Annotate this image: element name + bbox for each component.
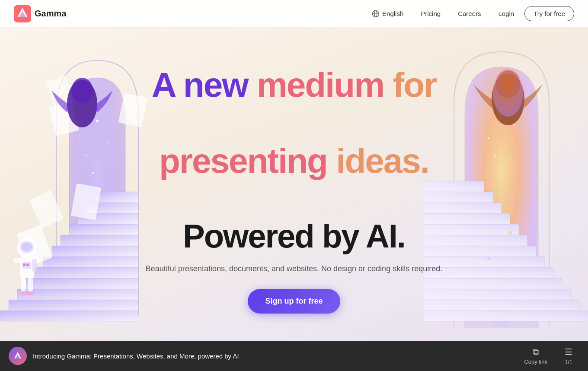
logo-text: Gamma xyxy=(35,9,66,19)
svg-point-66 xyxy=(487,257,490,260)
portal-right-decoration xyxy=(441,26,562,328)
title-word-medium: medium xyxy=(257,66,384,104)
svg-rect-33 xyxy=(86,203,138,213)
svg-point-40 xyxy=(22,243,32,251)
svg-point-16 xyxy=(488,137,489,139)
svg-rect-52 xyxy=(424,311,588,321)
svg-point-47 xyxy=(26,291,34,295)
svg-point-39 xyxy=(20,241,34,253)
svg-point-51 xyxy=(26,263,29,266)
logo[interactable]: Gamma xyxy=(14,5,66,22)
globe-icon xyxy=(372,10,380,18)
svg-rect-55 xyxy=(424,278,562,289)
pricing-link[interactable]: Pricing xyxy=(414,6,447,21)
title-word-a: A xyxy=(152,66,175,104)
careers-link[interactable]: Careers xyxy=(451,6,488,21)
svg-point-11 xyxy=(108,142,109,143)
title-line2: Powered by AI. xyxy=(146,218,442,254)
svg-rect-37 xyxy=(71,184,101,220)
svg-rect-29 xyxy=(52,246,138,257)
title-word-new: new xyxy=(183,66,248,104)
svg-rect-43 xyxy=(33,258,41,263)
svg-point-10 xyxy=(86,155,87,156)
title-word-ideas: ideas. xyxy=(336,142,429,180)
portal-left-decoration xyxy=(43,35,151,315)
svg-point-15 xyxy=(500,107,503,109)
hero-content: A new medium for presenting ideas. Power… xyxy=(146,66,442,314)
bottom-bar-left: Introducing Gamma: Presentations, Websit… xyxy=(9,347,517,365)
svg-rect-44 xyxy=(21,277,26,292)
sign-up-button[interactable]: Sign up for free xyxy=(248,289,340,314)
svg-rect-36 xyxy=(29,190,64,228)
bottom-bar-right: ⧉ Copy link ☰ 1/1 xyxy=(517,343,579,369)
page-count[interactable]: ☰ 1/1 xyxy=(558,343,579,369)
svg-point-19 xyxy=(510,159,511,161)
svg-rect-23 xyxy=(0,311,138,321)
copy-link-button[interactable]: ⧉ Copy link xyxy=(517,343,554,368)
bottom-bar: Introducing Gamma: Presentations, Websit… xyxy=(0,341,588,371)
svg-rect-8 xyxy=(118,93,147,127)
svg-point-13 xyxy=(67,80,97,127)
bottom-description: Introducing Gamma: Presentations, Websit… xyxy=(33,352,239,360)
nav-right: English Pricing Careers Login Try for fr… xyxy=(365,6,574,21)
language-label: English xyxy=(382,10,403,17)
try-free-button[interactable]: Try for free xyxy=(524,6,574,21)
svg-point-9 xyxy=(96,120,99,122)
svg-point-14 xyxy=(71,78,93,104)
title-word-for: for xyxy=(393,66,437,104)
svg-rect-56 xyxy=(424,267,553,278)
copy-label: Copy link xyxy=(524,358,547,365)
svg-rect-30 xyxy=(61,235,138,246)
svg-rect-54 xyxy=(424,289,571,300)
login-link[interactable]: Login xyxy=(492,6,521,21)
svg-rect-45 xyxy=(28,277,33,292)
svg-rect-28 xyxy=(43,257,138,267)
svg-point-12 xyxy=(92,172,94,174)
svg-rect-41 xyxy=(20,257,34,278)
svg-rect-49 xyxy=(22,262,31,269)
svg-point-22 xyxy=(493,69,523,117)
staircase-right xyxy=(424,95,588,345)
svg-rect-6 xyxy=(48,101,79,136)
svg-rect-24 xyxy=(9,300,138,311)
svg-rect-34 xyxy=(95,192,138,203)
svg-rect-7 xyxy=(46,75,76,108)
svg-point-50 xyxy=(23,263,26,266)
svg-rect-32 xyxy=(78,213,138,224)
svg-rect-27 xyxy=(35,267,138,278)
svg-rect-42 xyxy=(13,258,21,263)
svg-rect-26 xyxy=(26,278,138,289)
svg-point-46 xyxy=(19,291,27,295)
astronaut-figure xyxy=(10,233,44,311)
bottom-logo xyxy=(9,347,27,365)
svg-rect-31 xyxy=(69,224,138,235)
copy-icon: ⧉ xyxy=(533,347,539,357)
hero-title: A new medium for presenting ideas. Power… xyxy=(146,66,442,254)
logo-icon xyxy=(14,5,31,22)
language-selector[interactable]: English xyxy=(365,6,410,21)
page-count-icon: ☰ xyxy=(565,347,572,357)
svg-point-21 xyxy=(496,70,520,98)
svg-point-38 xyxy=(17,238,36,258)
svg-point-65 xyxy=(508,231,512,235)
title-word-presenting: presenting xyxy=(159,142,327,180)
hero-subtitle: Beautiful presentations, documents, and … xyxy=(146,264,442,273)
page-count-label: 1/1 xyxy=(565,359,572,365)
svg-rect-35 xyxy=(16,225,53,266)
staircase-left xyxy=(0,108,138,345)
bottom-logo-icon xyxy=(13,351,23,361)
navbar: Gamma English Pricing Careers Login Try … xyxy=(0,0,588,28)
svg-point-20 xyxy=(492,73,524,125)
svg-rect-25 xyxy=(17,289,138,300)
svg-point-17 xyxy=(514,125,515,126)
svg-rect-48 xyxy=(32,259,37,272)
svg-point-18 xyxy=(494,155,496,156)
hero-section: A new medium for presenting ideas. Power… xyxy=(0,0,588,371)
svg-rect-53 xyxy=(424,300,579,311)
